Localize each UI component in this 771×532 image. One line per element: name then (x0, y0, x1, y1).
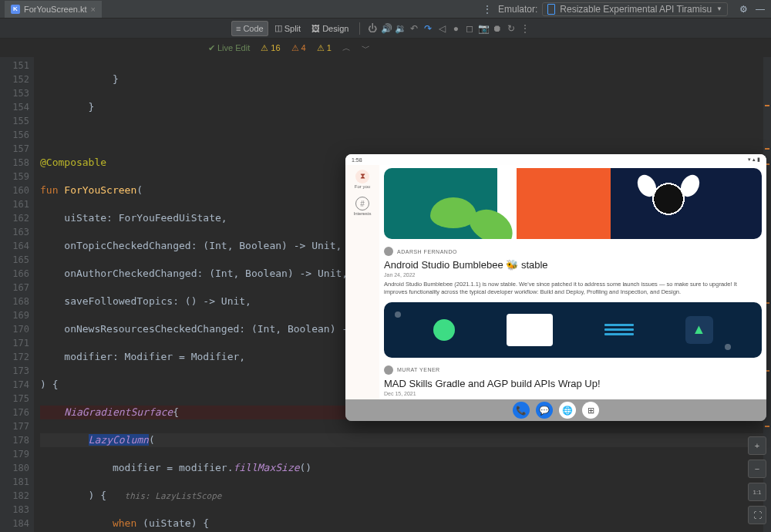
status-bar: ✔Live Edit ⚠ 16 ⚠ 4 ⚠ 1 ︿ ﹀ (0, 39, 771, 57)
gear-icon[interactable]: ⚙ (737, 3, 749, 15)
volume-down-icon[interactable]: 🔉 (394, 22, 406, 35)
split-icon: ◫ (274, 23, 282, 33)
messages-app-icon[interactable]: 💬 (536, 402, 553, 419)
article-card[interactable] (384, 168, 762, 239)
author-name: ADARSH FERNANDO (397, 249, 457, 254)
phone-icon (547, 4, 555, 15)
emulator-content[interactable]: ADARSH FERNANDO Android Studio Bumblebee… (379, 165, 766, 399)
tab-label: ForYouScreen.kt (24, 5, 87, 14)
rotate-left-icon[interactable]: ↶ (408, 22, 420, 35)
design-icon: 🖼 (311, 24, 320, 33)
chrome-app-icon[interactable]: 🌐 (559, 402, 576, 419)
article-meta: ADARSH FERNANDO (384, 244, 762, 259)
author-name: MURAT YENER (397, 367, 440, 372)
apps-grid-icon[interactable]: ⊞ (582, 402, 599, 419)
phone-app-icon[interactable]: 📞 (513, 402, 530, 419)
warning-count-yellow[interactable]: ⚠ 16 (261, 43, 280, 53)
article-card[interactable]: ▲ (384, 302, 762, 358)
article-hero-image-2: ▲ (384, 302, 762, 358)
home-icon[interactable]: ● (449, 22, 462, 35)
kotlin-file-icon: K (11, 5, 20, 14)
more-actions-icon[interactable]: ⋮ (519, 22, 531, 35)
more-icon[interactable]: ⋮ (481, 3, 493, 15)
emulator-window[interactable]: 1:58 ▾ ▴ ▮ ⧗ For you # Interests (345, 154, 766, 421)
overview-icon[interactable]: ◻ (463, 22, 476, 35)
zoom-out-button[interactable]: − (748, 460, 766, 478)
article-date: Jan 24, 2022 (384, 272, 762, 278)
view-split-button[interactable]: ◫Split (270, 21, 305, 36)
emulator-taskbar: 📞 💬 🌐 ⊞ (345, 399, 766, 421)
zoom-actual-button[interactable]: 1:1 (748, 483, 766, 501)
warning-count-orange[interactable]: ⚠ 4 (291, 43, 306, 53)
power-icon[interactable]: ⏻ (366, 22, 379, 35)
emulator-device-name: Resizable Experimental API Tiramisu (560, 4, 712, 15)
screenshot-icon[interactable]: 📷 (477, 22, 490, 35)
emulator-nav-rail: ⧗ For you # Interests (345, 165, 379, 399)
top-bar: K ForYouScreen.kt × ⋮ Emulator: Resizabl… (0, 0, 771, 19)
line-number-gutter: 151 152 153 154 155 156 157 158 159 160 … (0, 57, 34, 532)
code-icon: ≡ (236, 24, 241, 33)
hash-icon: # (355, 197, 369, 210)
emulator-status-bar: 1:58 ▾ ▴ ▮ (345, 154, 766, 165)
upcoming-icon: ⧗ (355, 170, 369, 184)
chevron-down-icon: ▼ (716, 5, 722, 12)
article-title: Android Studio Bumblebee 🐝 stable (384, 259, 762, 271)
author-avatar (384, 247, 393, 256)
view-code-button[interactable]: ≡Code (231, 21, 268, 36)
signal-icons: ▾ ▴ ▮ (748, 157, 760, 163)
tab-close-icon[interactable]: × (91, 5, 96, 14)
record-icon[interactable]: ⏺ (491, 22, 503, 35)
hide-icon[interactable]: — (754, 3, 766, 15)
zoom-fit-button[interactable]: ⛶ (748, 506, 766, 524)
nav-interests[interactable]: # Interests (353, 197, 371, 216)
file-tab[interactable]: K ForYouScreen.kt × (5, 1, 102, 18)
article-excerpt: Android Studio Bumblebee (2021.1.1) is n… (384, 281, 762, 296)
snapshot-icon[interactable]: ↻ (505, 22, 517, 35)
warning-count-yellow-2[interactable]: ⚠ 1 (317, 43, 332, 53)
check-icon: ✔ (208, 43, 215, 53)
back-icon[interactable]: ◁ (436, 22, 448, 35)
view-design-button[interactable]: 🖼Design (307, 21, 353, 36)
emulator-label: Emulator: (498, 4, 537, 15)
author-avatar (384, 365, 393, 375)
emulator-time: 1:58 (352, 157, 362, 163)
article-meta: MURAT YENER (384, 362, 762, 378)
zoom-controls: + − 1:1 ⛶ (748, 436, 766, 524)
zoom-in-button[interactable]: + (748, 436, 766, 455)
article-hero-image (384, 168, 762, 239)
nav-for-you[interactable]: ⧗ For you (355, 170, 370, 189)
expand-down-icon[interactable]: ﹀ (362, 42, 370, 54)
emulator-device-dropdown[interactable]: Resizable Experimental API Tiramisu ▼ (542, 2, 728, 16)
editor-toolbar: ≡Code ◫Split 🖼Design ⏻ 🔊 🔉 ↶ ↷ ◁ ● ◻ 📷 ⏺… (0, 19, 771, 39)
volume-up-icon[interactable]: 🔊 (380, 22, 392, 35)
live-edit-status[interactable]: ✔Live Edit (208, 43, 250, 53)
expand-up-icon[interactable]: ︿ (342, 42, 351, 54)
rotate-right-icon[interactable]: ↷ (422, 22, 434, 35)
article-title: MAD Skills Gradle and AGP build APIs Wra… (384, 378, 762, 389)
article-date: Dec 15, 2021 (384, 391, 762, 396)
